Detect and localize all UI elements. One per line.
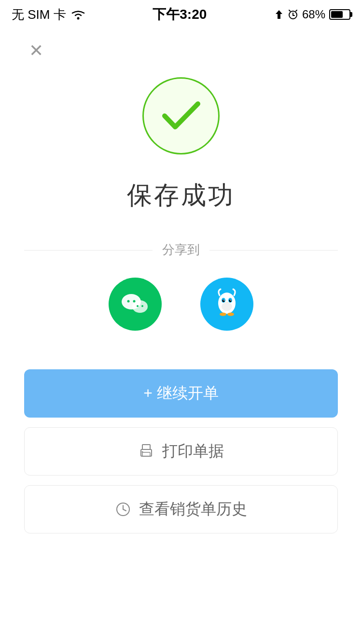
svg-rect-25 <box>142 452 150 456</box>
status-time: 下午3:20 <box>153 5 207 24</box>
svg-point-15 <box>223 300 225 302</box>
svg-point-8 <box>127 300 130 303</box>
print-button[interactable]: 打印单据 <box>24 427 338 476</box>
continue-order-button[interactable]: + 继续开单 <box>24 369 338 418</box>
share-icons <box>109 278 253 331</box>
action-buttons: + 继续开单 打印单据 查看销货单历史 <box>24 369 338 533</box>
carrier-text: 无 SIM 卡 <box>12 6 66 23</box>
success-circle <box>142 77 220 154</box>
svg-point-17 <box>223 300 224 301</box>
wifi-icon <box>71 9 85 20</box>
wechat-logo <box>118 287 152 321</box>
history-button[interactable]: 查看销货单历史 <box>24 485 338 533</box>
carrier-info: 无 SIM 卡 <box>12 6 85 23</box>
history-label: 查看销货单历史 <box>139 499 247 520</box>
svg-point-10 <box>137 305 139 307</box>
svg-point-20 <box>222 302 232 311</box>
battery-percent: 68% <box>302 8 325 21</box>
svg-line-4 <box>289 10 290 11</box>
status-right: 68% <box>274 8 350 21</box>
print-icon <box>138 443 154 460</box>
alarm-icon <box>288 9 298 20</box>
share-divider: 分享到 <box>24 241 338 258</box>
battery-indicator <box>329 9 350 20</box>
checkmark-icon <box>161 99 202 133</box>
main-content: 保存成功 分享到 <box>0 29 362 533</box>
svg-point-9 <box>133 300 136 303</box>
svg-point-11 <box>141 305 143 307</box>
svg-line-29 <box>123 509 126 511</box>
svg-line-5 <box>296 10 297 11</box>
share-section: 分享到 <box>24 241 338 331</box>
success-title: 保存成功 <box>127 179 235 212</box>
svg-point-16 <box>229 300 232 302</box>
qq-logo <box>210 287 244 322</box>
close-icon: ✕ <box>29 42 43 59</box>
svg-rect-24 <box>142 445 150 449</box>
close-button[interactable]: ✕ <box>24 39 48 63</box>
print-label: 打印单据 <box>162 441 224 462</box>
share-label: 分享到 <box>153 241 209 258</box>
history-icon <box>115 501 131 518</box>
svg-point-21 <box>220 313 226 316</box>
status-bar: 无 SIM 卡 下午3:20 68% <box>0 0 362 29</box>
qq-share-button[interactable] <box>200 278 253 331</box>
svg-point-22 <box>227 313 234 316</box>
wechat-share-button[interactable] <box>109 278 162 331</box>
location-icon <box>274 10 284 19</box>
svg-point-18 <box>230 300 231 301</box>
svg-point-26 <box>142 451 143 453</box>
svg-point-0 <box>77 17 79 20</box>
